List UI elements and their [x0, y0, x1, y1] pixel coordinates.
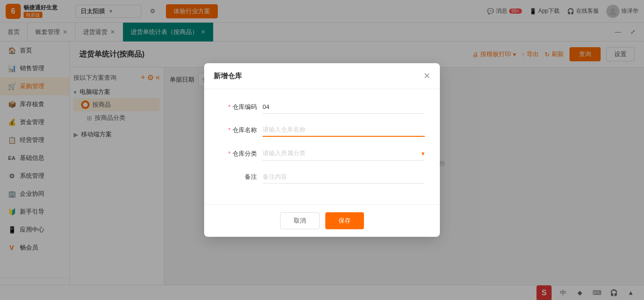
modal-header: 新增仓库 ✕ — [204, 63, 440, 89]
modal-close-button[interactable]: ✕ — [423, 71, 430, 81]
modal-footer: 取消 保存 — [204, 204, 440, 237]
category-placeholder: 请输入所属分类 — [263, 149, 305, 158]
required-star-name: * — [228, 126, 231, 133]
modal-body: *仓库编码 *仓库名称 *仓库分类 请输入所属分类 ▾ — [204, 89, 440, 204]
required-star-code: * — [228, 103, 231, 110]
name-label: *仓库名称 — [219, 126, 257, 134]
cancel-button[interactable]: 取消 — [280, 212, 320, 229]
required-star-category: * — [228, 150, 231, 157]
form-row-category: *仓库分类 请输入所属分类 ▾ — [219, 146, 425, 161]
warehouse-code-input[interactable] — [263, 100, 425, 114]
modal-overlay[interactable]: 新增仓库 ✕ *仓库编码 *仓库名称 *仓库分类 — [0, 0, 644, 300]
form-row-code: *仓库编码 — [219, 100, 425, 114]
new-warehouse-modal: 新增仓库 ✕ *仓库编码 *仓库名称 *仓库分类 — [204, 63, 440, 237]
warehouse-note-input[interactable] — [263, 170, 425, 183]
note-label: 备注 — [219, 173, 257, 181]
warehouse-category-select[interactable]: 请输入所属分类 ▾ — [263, 146, 425, 161]
form-row-name: *仓库名称 — [219, 123, 425, 137]
category-label: *仓库分类 — [219, 150, 257, 158]
code-label: *仓库编码 — [219, 103, 257, 111]
warehouse-name-input[interactable] — [263, 123, 425, 137]
save-button[interactable]: 保存 — [325, 212, 364, 229]
form-row-note: 备注 — [219, 170, 425, 183]
select-arrow-icon: ▾ — [421, 150, 425, 157]
modal-title: 新增仓库 — [214, 72, 242, 81]
